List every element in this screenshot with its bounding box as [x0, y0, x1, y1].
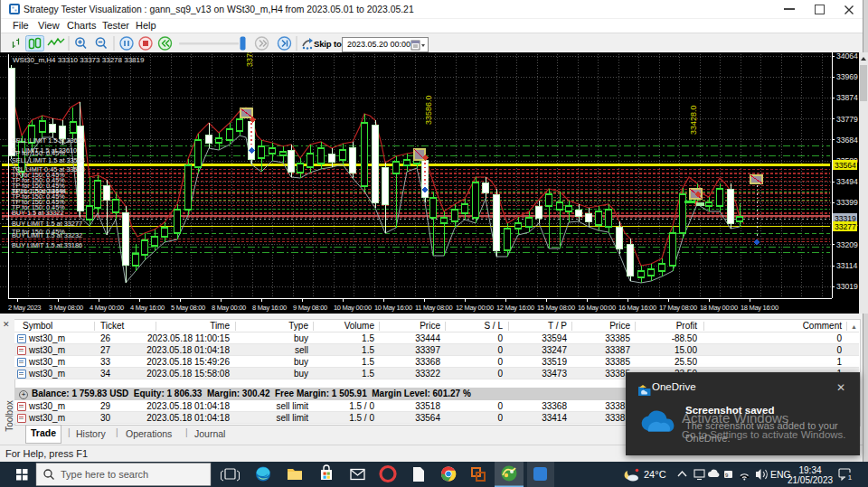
svg-text:BUY 1.5 at 33322: BUY 1.5 at 33322 [12, 209, 63, 217]
svg-text:33209: 33209 [836, 240, 858, 249]
svg-text:SELL LIMIT 1.5 at 33564: SELL LIMIT 1.5 at 33564 [12, 156, 85, 164]
svg-text:33428.0: 33428.0 [689, 105, 698, 135]
svg-text:33114: 33114 [836, 261, 857, 270]
svg-text:16 May 00:00: 16 May 00:00 [578, 304, 616, 312]
svg-text:8 May 16:00: 8 May 16:00 [252, 304, 287, 312]
svg-text:12 May 00:00: 12 May 00:00 [456, 304, 494, 312]
svg-text:18 May 00:00: 18 May 00:00 [700, 304, 738, 312]
svg-text:33586.0: 33586.0 [424, 95, 433, 125]
svg-text:15 May 08:00: 15 May 08:00 [537, 304, 575, 312]
svg-text:33779: 33779 [836, 115, 858, 124]
svg-text:18 May 16:00: 18 May 16:00 [741, 304, 778, 312]
svg-text:SELL LIMIT 1.5 at 33659: SELL LIMIT 1.5 at 33659 [12, 136, 85, 145]
svg-text:BUY LIMIT 1.5 at 33232: BUY LIMIT 1.5 at 33232 [12, 231, 82, 239]
svg-text:33277: 33277 [835, 222, 856, 231]
svg-text:33783.0: 33783.0 [245, 52, 254, 67]
svg-text:16 May 16:00: 16 May 16:00 [618, 304, 656, 312]
svg-text:4 May 00:00: 4 May 00:00 [90, 304, 124, 312]
svg-text:WSt30_m,H4 33310 33373 33278: WSt30_m,H4 33310 33373 33278 33819 [13, 56, 145, 64]
svg-text:3 May 08:00: 3 May 08:00 [49, 304, 83, 312]
svg-text:21/05/2023: 21/05/2023 [788, 475, 833, 485]
svg-text:33874: 33874 [836, 93, 858, 102]
svg-text:34064: 34064 [836, 52, 858, 61]
svg-text:17 May 08:00: 17 May 08:00 [659, 304, 697, 312]
svg-text:SELL 1.5 at 33444: SELL 1.5 at 33444 [12, 187, 66, 195]
svg-text:33019: 33019 [836, 282, 858, 291]
svg-text:10 May 00:00: 10 May 00:00 [334, 304, 372, 312]
svg-text:33399: 33399 [836, 198, 858, 207]
svg-text:BUY LIMIT 1.5 at 33186: BUY LIMIT 1.5 at 33186 [12, 241, 82, 249]
svg-text:12 May 16:00: 12 May 16:00 [496, 304, 534, 312]
svg-text:33564: 33564 [835, 161, 856, 170]
svg-text:5 May 08:00: 5 May 08:00 [171, 304, 205, 312]
svg-text:24°C: 24°C [644, 469, 666, 480]
svg-text:11 May 08:00: 11 May 08:00 [415, 304, 452, 312]
svg-text:33969: 33969 [836, 72, 858, 81]
svg-text:4 May 16:00: 4 May 16:00 [130, 304, 165, 312]
svg-text:33494: 33494 [836, 177, 858, 186]
svg-text:1: 1 [848, 473, 853, 482]
svg-text:BUY LIMIT 1.5 at 33277: BUY LIMIT 1.5 at 33277 [12, 220, 82, 228]
svg-text:19:34: 19:34 [798, 465, 821, 475]
svg-text:9 May 08:00: 9 May 08:00 [293, 304, 327, 312]
svg-text:Type here to search: Type here to search [61, 469, 148, 480]
svg-text:Skip to: Skip to [314, 39, 342, 49]
svg-text:8 May 00:00: 8 May 00:00 [212, 304, 246, 312]
svg-text:10 May 16:00: 10 May 16:00 [374, 304, 412, 312]
svg-text:33684: 33684 [836, 136, 858, 145]
svg-text:2 May 2023: 2 May 2023 [8, 304, 41, 312]
